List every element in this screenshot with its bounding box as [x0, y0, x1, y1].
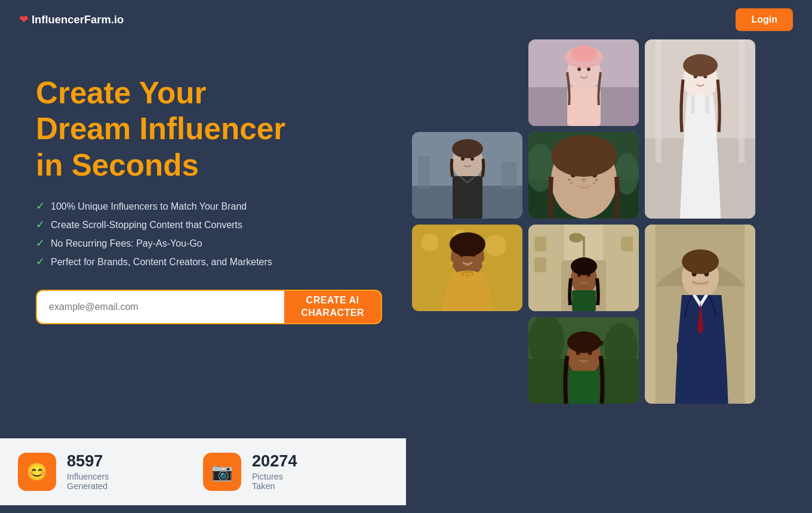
svg-rect-75	[677, 342, 687, 355]
svg-point-6	[577, 67, 581, 71]
camera-icon: 📷	[211, 462, 233, 482]
svg-point-5	[571, 45, 597, 62]
photo-6	[528, 225, 639, 311]
create-ai-button[interactable]: CREATE AICHARACTER	[284, 291, 381, 323]
stat-influencers-text: 8597 Influencers Generated	[67, 453, 109, 490]
email-form: CREATE AICHARACTER	[36, 290, 382, 324]
brand-logo: ❤ InfluencerFarm.io	[19, 13, 124, 26]
svg-point-37	[593, 183, 595, 185]
feature-text-4: Perfect for Brands, Content Creators, an…	[51, 257, 272, 268]
pictures-label: Pictures Taken	[252, 472, 297, 491]
pictures-icon-wrap: 📷	[203, 453, 241, 491]
svg-rect-61	[534, 257, 546, 272]
svg-point-43	[485, 235, 506, 256]
main-content: Create Your Dream Influencer in Seconds …	[0, 39, 812, 505]
brand-name: InfluencerFarm.io	[32, 13, 124, 26]
smiley-icon: 😊	[26, 462, 48, 482]
photo-7	[645, 225, 755, 404]
hero-section: Create Your Dream Influencer in Seconds …	[0, 39, 406, 505]
svg-rect-73	[693, 281, 709, 286]
feature-text-3: No Recurring Fees: Pay-As-You-Go	[51, 238, 202, 249]
navbar: ❤ InfluencerFarm.io Login	[0, 0, 812, 39]
svg-point-51	[450, 232, 485, 256]
svg-point-48	[470, 272, 474, 276]
svg-point-80	[604, 323, 638, 371]
stat-card-pictures: 📷 20274 Pictures Taken	[203, 453, 388, 491]
check-icon-1: ✓	[36, 200, 45, 213]
svg-rect-82	[569, 371, 599, 404]
svg-point-35	[571, 182, 573, 184]
svg-point-67	[571, 257, 597, 275]
photo-5	[412, 225, 522, 311]
svg-point-26	[683, 54, 718, 76]
svg-rect-11	[502, 162, 516, 189]
photo-1	[528, 39, 639, 126]
svg-point-47	[466, 274, 469, 277]
svg-point-53	[482, 261, 487, 266]
photo-4	[528, 132, 639, 219]
feature-text-1: 100% Unique Influencers to Match Your Br…	[51, 201, 247, 212]
hero-title: Create Your Dream Influencer in Seconds	[36, 75, 382, 183]
svg-point-7	[587, 67, 590, 71]
photo-3	[645, 39, 755, 219]
influencers-icon-wrap: 😊	[18, 453, 56, 491]
svg-point-34	[568, 179, 570, 181]
check-icon-2: ✓	[36, 219, 45, 231]
check-icon-4: ✓	[36, 256, 45, 268]
svg-rect-60	[534, 236, 546, 251]
check-icon-3: ✓	[36, 237, 45, 250]
feature-item: ✓ 100% Unique Influencers to Match Your …	[36, 200, 382, 213]
svg-rect-76	[714, 342, 724, 355]
influencers-label: Influencers Generated	[67, 472, 109, 491]
svg-rect-64	[572, 290, 596, 311]
feature-item: ✓ Create Scroll-Stopping Content that Co…	[36, 219, 382, 231]
photo-8	[528, 317, 639, 404]
heart-icon: ❤	[19, 14, 28, 26]
svg-point-36	[595, 179, 598, 181]
svg-point-52	[448, 261, 453, 266]
photo-2	[412, 132, 522, 219]
svg-point-38	[583, 179, 585, 180]
svg-rect-10	[418, 156, 430, 189]
stat-pictures-text: 20274 Pictures Taken	[252, 453, 297, 490]
pictures-count: 20274	[252, 453, 297, 469]
feature-item: ✓ Perfect for Brands, Content Creators, …	[36, 256, 382, 268]
svg-rect-56	[603, 225, 639, 311]
svg-rect-23	[705, 95, 709, 113]
influencers-count: 8597	[67, 453, 109, 469]
svg-point-59	[569, 233, 583, 242]
svg-point-39	[551, 135, 617, 177]
svg-rect-62	[621, 236, 633, 251]
svg-rect-20	[739, 39, 745, 163]
features-list: ✓ 100% Unique Influencers to Match Your …	[36, 200, 382, 268]
svg-point-74	[682, 249, 719, 274]
login-button[interactable]: Login	[736, 8, 793, 31]
email-input[interactable]	[37, 291, 284, 323]
svg-point-16	[452, 139, 483, 158]
svg-rect-19	[656, 39, 662, 163]
feature-item: ✓ No Recurring Fees: Pay-As-You-Go	[36, 237, 382, 250]
svg-rect-3	[567, 87, 601, 126]
feature-text-2: Create Scroll-Stopping Content that Conv…	[51, 220, 242, 231]
stats-bar: 😊 8597 Influencers Generated 📷 20274	[0, 438, 406, 505]
svg-point-41	[421, 234, 439, 251]
svg-point-46	[461, 272, 465, 276]
svg-rect-22	[691, 95, 695, 113]
stat-card-influencers: 😊 8597 Influencers Generated	[18, 453, 203, 491]
photo-grid	[406, 39, 812, 505]
